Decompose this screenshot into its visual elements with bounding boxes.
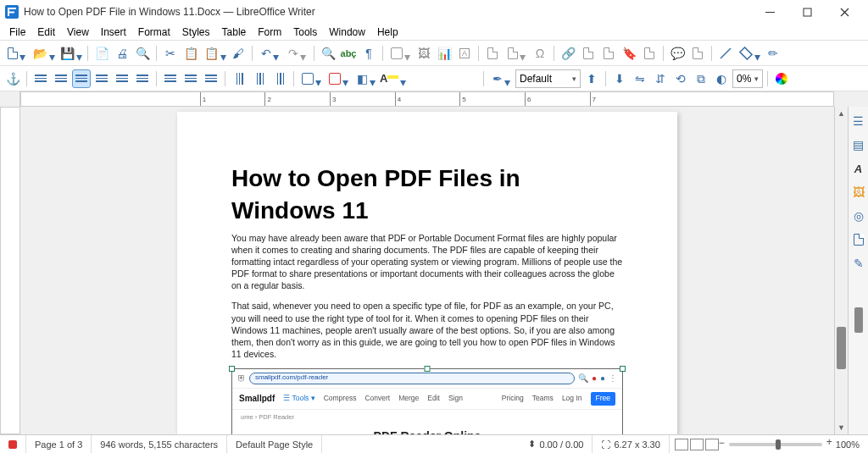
status-insert-mode[interactable]: ⬍ 0.00 / 0.00 [520,435,593,453]
sidebar-navigator-icon[interactable]: ◎ [851,208,866,224]
insert-table-button[interactable]: ▾ [387,44,413,63]
font-color-button[interactable]: ✒▾ [488,69,514,88]
menu-edit[interactable]: Edit [31,25,61,40]
track-changes-button[interactable] [688,44,707,63]
status-wordcount[interactable]: 946 words, 5,155 characters [92,435,227,453]
send-to-back-button[interactable]: ⬇ [610,69,629,88]
sidebar-settings-icon[interactable]: ☰ [851,113,866,129]
insert-chart-button[interactable]: 📊 [435,44,453,63]
status-page-style[interactable]: Default Page Style [227,435,322,453]
window-minimize-button[interactable] [751,0,788,24]
menu-styles[interactable]: Styles [176,25,216,40]
insert-bookmark-button[interactable]: 🔖 [620,44,638,63]
scroll-up-arrow[interactable]: ▲ [835,107,848,120]
align-center-h-button[interactable] [181,69,200,88]
resize-handle-nw[interactable] [229,366,235,372]
copy-button[interactable]: 📋 [181,44,200,63]
transparency-button[interactable]: ◐ [712,69,731,88]
status-page[interactable]: Page 1 of 3 [26,435,92,453]
align-left-button[interactable] [161,69,180,88]
save-button[interactable]: 💾▾ [58,44,83,63]
export-pdf-button[interactable]: 📄 [92,44,111,63]
resize-handle-n[interactable] [425,366,431,372]
area-style-button[interactable]: ◧▾ [353,69,378,88]
status-zoom[interactable]: 100% [827,435,868,453]
insert-endnote-button[interactable] [599,44,618,63]
highlight-button[interactable]: A▾ [380,69,405,88]
clone-formatting-button[interactable]: 🖌 [229,44,248,63]
view-single-page[interactable] [675,439,688,450]
border-color-button[interactable]: ▾ [326,69,351,88]
print-button[interactable]: 🖨 [113,44,131,63]
formatting-marks-button[interactable]: ¶ [359,44,378,63]
flip-h-button[interactable]: ⇋ [631,69,649,88]
spellcheck-button[interactable]: abç [339,44,358,63]
align-top-button[interactable] [230,69,248,88]
sidebar-inspect-icon[interactable]: ✎ [851,256,866,271]
resize-handle-ne[interactable] [620,366,626,372]
new-button[interactable]: ▾ [3,44,29,63]
menu-table[interactable]: Table [216,25,253,40]
insert-field-button[interactable]: ▾ [504,44,529,63]
sidebar-page-icon[interactable] [851,232,866,247]
insert-footnote-button[interactable] [579,44,598,63]
paragraph-style-select[interactable]: Default▾ [515,69,581,88]
bring-to-front-button[interactable]: ⬆ [582,69,601,88]
wrap-optimal-button[interactable] [72,69,91,88]
insert-special-char-button[interactable]: Ω [531,44,549,63]
crop-button[interactable]: ⧉ [692,69,710,88]
insert-image-button[interactable]: 🖼 [415,44,433,63]
align-right-button[interactable] [202,69,220,88]
align-bottom-button[interactable] [270,69,289,88]
zoom-slider-knob[interactable] [776,439,781,450]
window-close-button[interactable] [826,0,863,24]
anchor-button[interactable]: ⚓ [3,69,22,88]
vertical-scrollbar[interactable]: ▲ ▼ [834,107,848,434]
find-replace-button[interactable]: 🔍 [319,44,337,63]
horizontal-ruler[interactable]: 1 2 3 4 5 6 7 [20,91,834,107]
print-preview-button[interactable]: 🔍 [133,44,152,63]
color-picker-button[interactable] [772,69,791,88]
menu-file[interactable]: File [3,25,31,40]
cut-button[interactable]: ✂ [161,44,180,63]
wrap-through-button[interactable] [133,69,152,88]
status-cursor-pos[interactable]: ⛶ 6.27 x 3.30 [593,435,669,453]
view-book[interactable] [705,439,719,450]
scroll-thumb[interactable] [837,327,846,369]
align-center-v-button[interactable] [250,69,269,88]
border-style-button[interactable]: ▾ [298,69,324,88]
menu-view[interactable]: View [61,25,95,40]
wrap-off-button[interactable] [31,69,50,88]
sidebar-properties-icon[interactable]: ▤ [851,137,866,152]
transparency-value[interactable]: 0%▾ [732,69,763,88]
menu-format[interactable]: Format [132,25,176,40]
show-draw-functions-button[interactable]: ✏ [764,44,782,63]
sidebar-styles-icon[interactable]: A [851,161,866,176]
insert-hyperlink-button[interactable]: 🔗 [559,44,577,63]
flip-v-button[interactable]: ⇵ [651,69,670,88]
open-button[interactable]: 📂▾ [31,44,56,63]
paste-button[interactable]: 📋▾ [202,44,227,63]
menu-help[interactable]: Help [371,25,404,40]
rotate-button[interactable]: ⟲ [671,69,690,88]
scroll-down-arrow[interactable]: ▼ [835,421,848,434]
document-page[interactable]: How to Open PDF Files in Windows 11 You … [177,112,677,434]
zoom-slider[interactable] [729,443,822,446]
document-canvas[interactable]: How to Open PDF Files in Windows 11 You … [20,107,834,434]
menu-window[interactable]: Window [323,25,371,40]
view-multi-page[interactable] [690,439,704,450]
insert-crossref-button[interactable] [640,44,659,63]
basic-shapes-button[interactable]: ▾ [737,44,762,63]
sidebar-grab-handle[interactable] [854,307,863,333]
menu-insert[interactable]: Insert [95,25,132,40]
undo-button[interactable]: ↶▾ [257,44,282,63]
sidebar-gallery-icon[interactable]: 🖼 [851,185,866,200]
wrap-after-button[interactable] [113,69,131,88]
redo-button[interactable]: ↷▾ [284,44,309,63]
insert-textbox-button[interactable]: A [455,44,474,63]
window-maximize-button[interactable] [788,0,826,24]
wrap-before-button[interactable] [92,69,111,88]
insert-pagebreak-button[interactable] [483,44,502,63]
insert-comment-button[interactable]: 💬 [668,44,687,63]
vertical-ruler[interactable] [0,107,20,434]
